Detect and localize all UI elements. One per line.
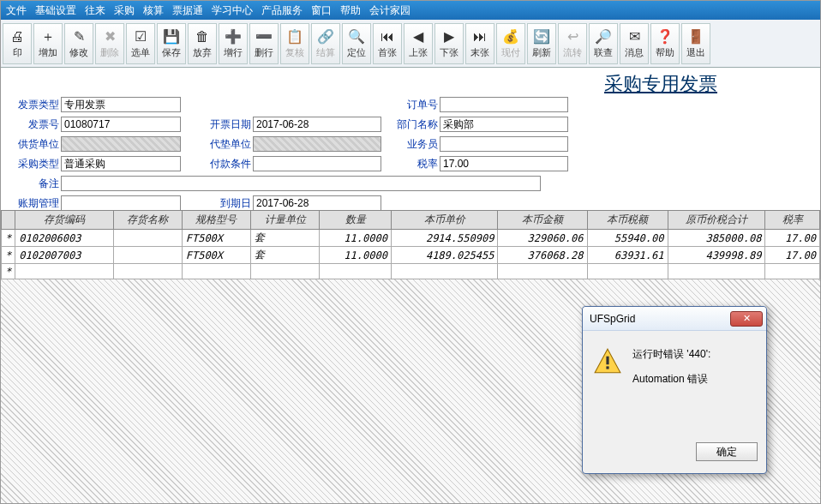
table-row[interactable]: *0102006003FT500X套11.00002914.5509093290… [2,230,820,247]
menu-学习中心[interactable]: 学习中心 [212,3,253,18]
col-header[interactable]: 税率 [765,211,820,230]
cell[interactable]: 17.00 [765,247,820,264]
menu-票据通[interactable]: 票据通 [172,3,203,18]
tbtn-discard[interactable]: 🗑放弃 [188,23,217,64]
col-header[interactable]: 规格型号 [182,211,250,230]
tbtn-label: 增行 [224,46,243,59]
field-supplier[interactable] [61,136,181,152]
cell[interactable]: 17.00 [765,230,820,247]
field-salesman[interactable] [440,136,568,152]
tbtn-delrow[interactable]: ➖删行 [249,23,279,64]
menu-文件[interactable]: 文件 [6,3,27,18]
cell[interactable]: 55940.00 [587,230,668,247]
cell[interactable]: * [2,230,15,247]
dialog-ok-button[interactable]: 确定 [696,442,758,461]
exit-icon: 🚪 [687,27,704,46]
label-period: 账期管理 [9,196,59,211]
cell[interactable] [320,264,392,279]
cell[interactable] [765,264,820,279]
table-row[interactable]: * [2,264,820,279]
cell[interactable]: FT500X [182,230,250,247]
tbtn-print[interactable]: 🖨印 [3,23,32,64]
tbtn-refresh[interactable]: 🔄刷新 [527,23,556,64]
cell[interactable]: FT500X [182,247,250,264]
doc-title: 采购专用发票 [1,68,820,93]
cell[interactable]: 329060.06 [498,230,587,247]
col-header[interactable]: 存货名称 [113,211,182,230]
field-period[interactable] [61,195,181,211]
label-due: 到期日 [203,196,251,211]
tbtn-select[interactable]: ☑选单 [126,23,155,64]
cell[interactable] [113,230,182,247]
cell[interactable]: 63931.61 [587,247,668,264]
tbtn-next[interactable]: ▶下张 [434,23,464,64]
menu-基础设置[interactable]: 基础设置 [35,3,76,18]
tbtn-addrow[interactable]: ➕增行 [219,23,248,64]
menu-采购[interactable]: 采购 [114,3,135,18]
field-purchase-type[interactable] [61,156,181,171]
menu-会计家园[interactable]: 会计家园 [369,3,410,18]
tbtn-message[interactable]: ✉消息 [620,23,649,64]
tbtn-label: 放弃 [193,46,212,59]
cell[interactable]: 376068.28 [498,247,587,264]
tbtn-exit[interactable]: 🚪退出 [681,23,710,64]
cell[interactable]: 0102006003 [15,230,113,247]
menu-产品服务[interactable]: 产品服务 [261,3,303,18]
dialog-close-button[interactable]: ✕ [730,311,763,327]
field-remark[interactable] [61,176,541,191]
cell[interactable] [182,264,250,279]
table-row[interactable]: *0102007003FT500X套11.00004189.0254553760… [2,247,820,264]
tbtn-help[interactable]: ❓帮助 [650,23,680,64]
field-dept[interactable] [440,117,568,132]
col-header[interactable]: 计量单位 [250,211,319,230]
field-invoice-date[interactable] [253,117,381,132]
cell[interactable] [498,264,587,279]
col-header[interactable]: 数量 [320,211,392,230]
col-header[interactable]: 本币单价 [391,211,497,230]
tbtn-prev[interactable]: ◀上张 [404,23,433,64]
field-order-no[interactable] [440,97,568,112]
cell[interactable]: * [2,247,15,264]
tbtn-modify[interactable]: ✎修改 [64,23,93,64]
cell[interactable]: 0102007003 [15,247,113,264]
cell[interactable] [113,264,182,279]
col-header[interactable]: 本币金额 [498,211,587,230]
cell[interactable] [250,264,319,279]
cell[interactable]: 套 [250,247,319,264]
cell[interactable]: 385000.08 [668,230,765,247]
cell[interactable]: * [2,264,15,279]
col-header[interactable]: 存货编码 [15,211,113,230]
field-pay-cond[interactable] [253,156,381,171]
liancha-icon: 🔎 [595,27,612,46]
cell[interactable]: 11.0000 [320,230,392,247]
cell[interactable]: 套 [250,230,319,247]
tbtn-add[interactable]: ＋增加 [33,23,63,64]
field-invoice-no[interactable] [61,117,181,132]
menu-往来[interactable]: 往来 [85,3,105,18]
cell[interactable] [668,264,765,279]
tbtn-last[interactable]: ⏭末张 [465,23,494,64]
field-tax-rate[interactable] [440,156,568,171]
cell[interactable]: 2914.550909 [391,230,497,247]
field-due[interactable] [253,195,381,211]
cell[interactable] [15,264,113,279]
cell[interactable]: 11.0000 [320,247,392,264]
menu-核算[interactable]: 核算 [143,3,164,18]
tbtn-liancha[interactable]: 🔎联查 [589,23,618,64]
col-header[interactable]: 原币价税合计 [668,211,765,230]
cell[interactable]: 439998.89 [668,247,765,264]
cell[interactable]: 4189.025455 [391,247,497,264]
cell[interactable] [113,247,182,264]
menu-窗口[interactable]: 窗口 [311,3,332,18]
tbtn-save[interactable]: 💾保存 [157,23,186,64]
tbtn-first[interactable]: ⏮首张 [373,23,402,64]
cell[interactable] [587,264,668,279]
field-agent[interactable] [253,136,381,152]
tbtn-dingwei[interactable]: 🔍定位 [342,23,371,64]
field-invoice-type[interactable] [61,97,181,112]
cell[interactable] [391,264,497,279]
tbtn-label: 删除 [100,46,119,59]
col-header[interactable]: 本币税额 [587,211,668,230]
menu-帮助[interactable]: 帮助 [340,3,361,18]
col-header[interactable] [2,211,15,230]
